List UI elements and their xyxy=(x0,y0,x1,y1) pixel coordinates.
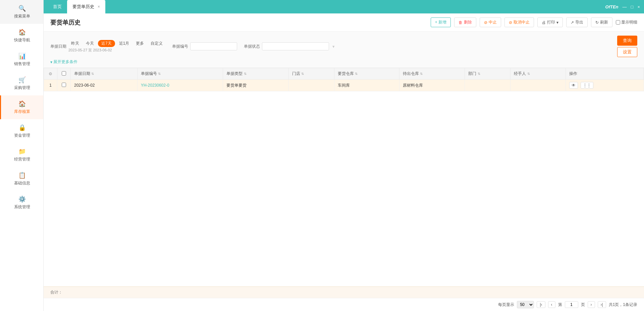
col-dept: 部门 ⇅ xyxy=(465,68,511,80)
sidebar-item-label: 库存核算 xyxy=(14,109,30,115)
col-doc-type-sort-icon[interactable]: ⇅ xyxy=(244,72,247,76)
sidebar-item-inventory[interactable]: 🏠 库存核算 xyxy=(0,95,43,119)
gear-icon: ⚙️ xyxy=(18,195,26,203)
cell-doc-no: YH-20230602-0 xyxy=(137,80,223,91)
export-icon: ↗ xyxy=(571,20,574,25)
tab-home-label: 首页 xyxy=(53,4,62,10)
print-button[interactable]: 🖨 打印 ▾ xyxy=(537,17,563,27)
sidebar-item-search[interactable]: 🔍 搜索菜单 xyxy=(0,0,43,24)
sidebar-item-sales[interactable]: 📊 销售管理 xyxy=(0,48,43,72)
query-button[interactable]: 查询 xyxy=(617,36,637,46)
sidebar-item-quick-nav[interactable]: 🏠 快捷导航 xyxy=(0,24,43,48)
first-page-btn[interactable]: |‹ xyxy=(537,301,545,308)
col-pending-warehouse: 待出仓库 ⇅ xyxy=(399,68,465,80)
date-range-display: 2023-05-27 至 2023-06-02 xyxy=(68,48,165,53)
cancel-stop-label: 取消中止 xyxy=(514,19,530,25)
date-btn-1month[interactable]: 近1月 xyxy=(116,40,132,47)
col-dept-label: 部门 xyxy=(468,71,476,76)
main-area: 首页 要货单历史 × OfTEn — □ × 要货单历史 + 新增 🗑 删除 ⊘ xyxy=(44,0,644,311)
sidebar-item-basic[interactable]: 📋 基础信息 xyxy=(0,167,43,191)
col-date-sort-icon[interactable]: ⇅ xyxy=(91,72,94,76)
tab-home[interactable]: 首页 xyxy=(48,0,67,13)
stop-icon: ⊘ xyxy=(484,20,487,25)
sidebar-item-finance[interactable]: 🔒 资金管理 xyxy=(0,119,43,143)
sidebar-item-purchase[interactable]: 🛒 采购管理 xyxy=(0,72,43,95)
col-action-label: 操作 xyxy=(569,71,577,76)
select-all-checkbox[interactable] xyxy=(62,71,66,76)
prev-page-btn[interactable]: ‹ xyxy=(548,301,555,308)
filter-actions: 查询 设置 xyxy=(617,36,637,57)
date-btn-yesterday[interactable]: 昨天 xyxy=(68,40,82,47)
refresh-button[interactable]: ↻ 刷新 xyxy=(591,17,612,27)
filter-area: 单据日期 昨天 今天 近7天 近1月 更多 自定义 2023-05-27 至 2… xyxy=(44,32,644,68)
col-store-sort-icon[interactable]: ⇅ xyxy=(301,72,304,76)
next-page-btn[interactable]: › xyxy=(588,301,595,308)
cell-checkbox xyxy=(57,80,71,91)
delete-button[interactable]: 🗑 删除 xyxy=(454,17,476,27)
date-btn-group: 昨天 今天 近7天 近1月 更多 自定义 xyxy=(68,40,165,47)
sidebar-item-operation[interactable]: 📁 经营管理 xyxy=(0,143,43,167)
tab-requisition-history[interactable]: 要货单历史 × xyxy=(67,0,105,13)
status-input[interactable] xyxy=(262,42,329,50)
window-minimize-btn[interactable]: — xyxy=(623,4,627,9)
table-settings-icon[interactable]: ⚙ xyxy=(49,72,52,76)
col-doc-no-sort-icon[interactable]: ⇅ xyxy=(158,72,161,76)
status-dropdown-icon: ▾ xyxy=(332,44,335,49)
doc-no-link[interactable]: YH-20230602-0 xyxy=(141,83,169,88)
date-btn-custom[interactable]: 自定义 xyxy=(148,40,165,47)
doc-icon: 📋 xyxy=(18,172,26,179)
sidebar-item-label: 经营管理 xyxy=(14,157,30,162)
filter-row: 单据日期 昨天 今天 近7天 近1月 更多 自定义 2023-05-27 至 2… xyxy=(50,36,637,57)
col-doc-no-label: 单据编号 xyxy=(141,71,157,76)
cancel-stop-button[interactable]: ⊘ 取消中止 xyxy=(504,17,534,27)
per-page-select[interactable]: 50 20 100 xyxy=(517,301,534,308)
col-store: 门店 ⇅ xyxy=(288,68,334,80)
col-dept-sort-icon[interactable]: ⇅ xyxy=(478,72,480,76)
page-number-input[interactable] xyxy=(565,301,578,308)
doc-no-input[interactable] xyxy=(190,42,237,50)
expand-icon: ▾ xyxy=(50,60,52,64)
table-header-row: ⚙ 单据日期 ⇅ 单据编号 ⇅ xyxy=(44,68,644,80)
col-pending-warehouse-sort-icon[interactable]: ⇅ xyxy=(420,72,423,76)
pagination: 每页显示 50 20 100 |‹ ‹ 第 页 › ›| 共1页，1条记录 xyxy=(44,298,644,311)
content-area: 要货单历史 + 新增 🗑 删除 ⊘ 中止 ⊘ 取消中止 🖨 打印 xyxy=(44,13,644,311)
cell-handler xyxy=(511,80,566,91)
settings-button[interactable]: 设置 xyxy=(617,47,637,57)
add-button[interactable]: + 新增 xyxy=(431,17,451,27)
stop-button[interactable]: ⊘ 中止 xyxy=(480,17,501,27)
cell-action: 👁 ⋮⋮ xyxy=(566,80,644,91)
export-button[interactable]: ↗ 导出 xyxy=(566,17,588,27)
col-req-warehouse: 要货仓库 ⇅ xyxy=(334,68,399,80)
topbar-right: OfTEn — □ × xyxy=(605,4,640,9)
expand-label: 展开更多条件 xyxy=(53,59,77,65)
window-maximize-btn[interactable]: □ xyxy=(631,4,634,9)
date-btn-more[interactable]: 更多 xyxy=(133,40,147,47)
date-btn-today[interactable]: 今天 xyxy=(83,40,97,47)
sidebar-item-system[interactable]: ⚙️ 系统管理 xyxy=(0,191,43,215)
sidebar-item-label: 销售管理 xyxy=(14,61,30,67)
print-icon: 🖨 xyxy=(542,20,546,25)
date-buttons: 昨天 今天 近7天 近1月 更多 自定义 2023-05-27 至 2023-0… xyxy=(68,40,165,53)
date-btn-7days[interactable]: 近7天 xyxy=(98,40,115,47)
col-handler: 经手人 ⇅ xyxy=(511,68,566,80)
page-title: 要货单历史 xyxy=(50,18,431,27)
tab-close-icon[interactable]: × xyxy=(98,4,100,9)
brand-label: OfTEn xyxy=(605,4,619,9)
total-info: 共1页，1条记录 xyxy=(609,302,637,308)
delete-label: 删除 xyxy=(464,19,472,25)
home-icon: 🏠 xyxy=(18,29,26,36)
expand-conditions-btn[interactable]: ▾ 展开更多条件 xyxy=(50,59,637,65)
col-req-warehouse-sort-icon[interactable]: ⇅ xyxy=(355,72,358,76)
row-view-btn[interactable]: 👁 xyxy=(569,82,578,89)
page-header: 要货单历史 + 新增 🗑 删除 ⊘ 中止 ⊘ 取消中止 🖨 打印 xyxy=(44,13,644,32)
window-close-btn[interactable]: × xyxy=(637,4,640,9)
row-checkbox[interactable] xyxy=(62,83,66,87)
col-doc-type-label: 单据类型 xyxy=(226,71,243,76)
last-page-btn[interactable]: ›| xyxy=(598,301,606,308)
cell-pending-warehouse: 原材料仓库 xyxy=(399,80,465,91)
cell-req-warehouse: 车间库 xyxy=(334,80,399,91)
col-handler-sort-icon[interactable]: ⇅ xyxy=(527,72,530,76)
display-detail-toggle[interactable]: 显示明细 xyxy=(616,19,637,25)
row-more-btn[interactable]: ⋮⋮ xyxy=(581,82,593,89)
display-detail-checkbox[interactable] xyxy=(616,20,620,25)
